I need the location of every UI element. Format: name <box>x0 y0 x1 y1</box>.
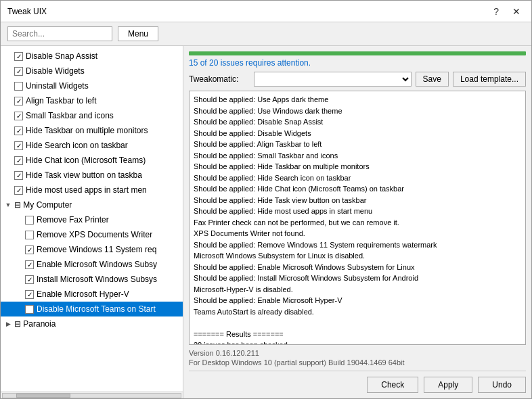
tree-item-checkbox[interactable] <box>25 231 34 239</box>
collapse-icon[interactable]: ▼ <box>3 200 13 210</box>
issues-progress-bar <box>189 51 526 55</box>
tree-item-label: Disable Microsoft Teams on Start <box>37 304 156 314</box>
log-line: Microsoft-Hyper-V is disabled. <box>194 284 521 296</box>
tree-item-label: Hide Taskbar on multiple monitors <box>26 126 148 135</box>
tree-item[interactable]: Small Taskbar and icons <box>1 108 183 123</box>
tree-item[interactable]: Disable Widgets <box>1 64 183 78</box>
tree-item[interactable]: Enable Microsoft Hyper-V <box>1 287 183 302</box>
tree-item[interactable]: Hide Chat icon (Microsoft Teams) <box>1 153 183 168</box>
h-scroll-track <box>2 393 181 398</box>
log-line: XPS Documents Writer not found. <box>194 228 521 239</box>
issues-text: 15 of 20 issues requires attention. <box>189 58 526 68</box>
tree-item[interactable]: ▼⊟ My Computer <box>1 197 183 212</box>
main-window: Tweak UIX ? ✕ Menu Disable Snap AssistDi… <box>0 0 532 399</box>
tweakomatic-row: Tweakomatic: Save Load template... <box>189 72 526 87</box>
tree-item-label: Align Taskbar to left <box>26 96 97 105</box>
horizontal-scrollbar[interactable] <box>1 392 183 398</box>
menu-button[interactable]: Menu <box>118 26 158 41</box>
log-line: Should be applied: Install Microsoft Win… <box>194 273 521 284</box>
tree-item-checkbox[interactable] <box>25 260 34 269</box>
tree-item[interactable]: Disable Microsoft Teams on Start <box>1 302 183 316</box>
title-bar: Tweak UIX ? ✕ <box>1 1 531 22</box>
log-line: Should be applied: Hide most used apps i… <box>194 206 521 217</box>
build-text: For Desktop Windows 10 (partial support)… <box>189 358 526 367</box>
undo-button[interactable]: Undo <box>478 377 526 393</box>
tree-item-label: Remove XPS Documents Writer <box>37 230 152 239</box>
tree-item-checkbox[interactable] <box>14 112 23 120</box>
tree-item-checkbox[interactable] <box>14 126 23 135</box>
left-panel: Disable Snap AssistDisable WidgetsUninst… <box>1 46 183 398</box>
tree-item-checkbox[interactable] <box>14 67 23 76</box>
log-line: Should be applied: Small Taskbar and ico… <box>194 150 521 162</box>
bottom-buttons: Check Apply Undo <box>189 371 526 393</box>
h-scroll-thumb[interactable] <box>16 394 70 398</box>
tree-item-checkbox[interactable] <box>14 82 23 91</box>
tweakomatic-select[interactable] <box>254 72 412 87</box>
log-line: Microsoft Windows Subsystem for Linux is… <box>194 250 521 262</box>
tree-item-checkbox[interactable] <box>25 216 34 225</box>
toolbar: Menu <box>1 22 531 46</box>
log-line: Should be applied: Hide Task view button… <box>194 195 521 206</box>
tree-item[interactable]: Remove XPS Documents Writer <box>1 227 183 242</box>
log-line: Should be applied: Use Windows dark them… <box>194 105 521 117</box>
log-line: Teams AutoStart is already disabled. <box>194 306 521 318</box>
expand-icon[interactable]: ▶ <box>3 319 13 329</box>
log-line: Should be applied: Enable Microsoft Hype… <box>194 295 521 306</box>
tree-item[interactable]: Align Taskbar to left <box>1 93 183 108</box>
tree-item-checkbox[interactable] <box>14 52 23 61</box>
right-panel: 15 of 20 issues requires attention. Twea… <box>183 46 531 398</box>
tree-item-checkbox[interactable] <box>14 97 23 105</box>
tree-area[interactable]: Disable Snap AssistDisable WidgetsUninst… <box>1 46 183 392</box>
version-text: Version 0.16.120.211 <box>189 349 526 357</box>
tree-item-checkbox[interactable] <box>25 275 34 284</box>
close-button[interactable]: ✕ <box>508 5 525 18</box>
apply-button[interactable]: Apply <box>424 377 472 393</box>
log-area: Should be applied: Use Apps dark themeSh… <box>189 91 526 345</box>
log-line: Should be applied: Hide Taskbar on multi… <box>194 161 521 172</box>
tree-item-checkbox[interactable] <box>25 290 34 299</box>
title-bar-controls: ? ✕ <box>489 5 525 18</box>
log-line: 20 issues has been checked. <box>194 339 521 345</box>
log-line: ======= Results ======= <box>194 329 521 340</box>
log-line: Should be applied: Use Apps dark theme <box>194 94 521 105</box>
tree-item-checkbox[interactable] <box>14 141 23 150</box>
tree-item[interactable]: ▶⊟ Paranoia <box>1 316 183 331</box>
tree-item-checkbox[interactable] <box>14 171 23 180</box>
log-line: Should be applied: Remove Windows 11 Sys… <box>194 239 521 251</box>
help-button[interactable]: ? <box>489 5 503 18</box>
tree-item-checkbox[interactable] <box>14 186 23 195</box>
tree-item-label: Remove Windows 11 System req <box>37 245 156 254</box>
tree-item[interactable]: Enable Microsoft Windows Subsy <box>1 257 183 272</box>
save-button[interactable]: Save <box>416 72 449 87</box>
tree-item-label: Disable Widgets <box>26 66 85 76</box>
log-line: Should be applied: Hide Chat icon (Micro… <box>194 183 521 195</box>
tree-item[interactable]: Hide Task view button on taskba <box>1 168 183 183</box>
tree-item-label: Hide most used apps in start men <box>26 185 147 195</box>
tree-item-label: Enable Microsoft Windows Subsy <box>37 260 157 269</box>
tree-item-label: Install Microsoft Windows Subsys <box>37 275 157 284</box>
log-line: Should be applied: Disable Snap Assist <box>194 116 521 128</box>
check-button[interactable]: Check <box>367 377 418 393</box>
log-line: Should be applied: Align Taskbar to left <box>194 139 521 150</box>
tree-item-label: Enable Microsoft Hyper-V <box>37 289 129 299</box>
tree-item-label: Disable Snap Assist <box>26 51 97 61</box>
tree-item[interactable]: Remove Fax Printer <box>1 212 183 227</box>
tree-item[interactable]: Disable Snap Assist <box>1 49 183 64</box>
tree-item[interactable]: Hide Taskbar on multiple monitors <box>1 123 183 138</box>
tweakomatic-label: Tweakomatic: <box>189 74 250 84</box>
tree-item[interactable]: Uninstall Widgets <box>1 78 183 93</box>
tree-item-checkbox[interactable] <box>14 156 23 165</box>
tree-item[interactable]: Remove Windows 11 System req <box>1 242 183 257</box>
tree-item-checkbox[interactable] <box>25 305 34 314</box>
tree-item[interactable]: Install Microsoft Windows Subsys <box>1 272 183 287</box>
group-label: ⊟ Paranoia <box>14 319 56 329</box>
main-content: Disable Snap AssistDisable WidgetsUninst… <box>1 46 531 398</box>
tree-item[interactable]: Hide Search icon on taskbar <box>1 138 183 153</box>
log-line: Fax Printer check can not be performed, … <box>194 217 521 229</box>
search-input[interactable] <box>7 26 112 41</box>
tree-item-checkbox[interactable] <box>25 245 34 254</box>
tree-item-label: Hide Task view button on taskba <box>26 170 142 180</box>
log-line: Should be applied: Enable Microsoft Wind… <box>194 262 521 273</box>
tree-item[interactable]: Hide most used apps in start men <box>1 183 183 197</box>
load-template-button[interactable]: Load template... <box>453 72 526 87</box>
